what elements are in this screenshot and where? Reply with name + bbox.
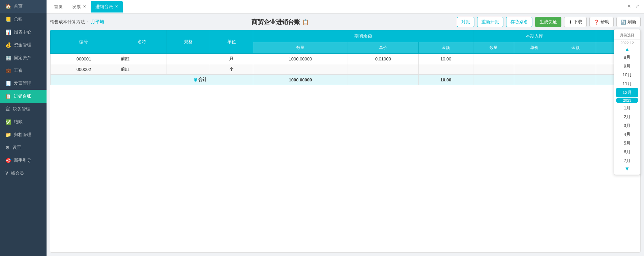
- tab-purchase-sales[interactable]: 进销台账 ✕: [91, 1, 123, 12]
- cell-code: 000002: [51, 64, 117, 75]
- sidebar-item-guide[interactable]: 🎯 新手引导: [0, 154, 47, 167]
- cell-opening-unit-price: [348, 64, 418, 75]
- toolbar: 销售成本计算方法： 月平均 商贸企业进销台账 📋 对账 重新开账 存货别名 生成…: [50, 17, 641, 27]
- refresh-icon: 🔄: [621, 20, 626, 25]
- download-icon: ⬇: [568, 20, 572, 25]
- purchase-sales-icon: 📋: [5, 94, 11, 99]
- month-6[interactable]: 6月: [614, 148, 640, 156]
- tax-icon: 🏛: [5, 106, 10, 112]
- data-table-wrap: 编号 名称 规格 单位 期初余额 本期入库 数 数量 单价 金额 数量 单价: [50, 30, 641, 253]
- sub-opening-qty: 数量: [253, 42, 348, 54]
- month-11[interactable]: 11月: [614, 79, 640, 88]
- month-nav-down: ▼: [614, 165, 640, 173]
- col-spec: 规格: [167, 30, 210, 54]
- cell-in-qty: [473, 54, 514, 64]
- total-in-unit-price: [514, 75, 555, 85]
- dui-zhang-button[interactable]: 对账: [457, 17, 474, 27]
- help-icon: ❓: [594, 20, 599, 25]
- tab-home[interactable]: 首页: [49, 1, 67, 12]
- sidebar-item-archive[interactable]: 📁 归档管理: [0, 128, 47, 141]
- total-opening-amount: 10.00: [418, 75, 473, 85]
- sidebar-item-report-center[interactable]: 📊 报表中心: [0, 26, 47, 39]
- cell-in-amount: [555, 64, 596, 75]
- month-7[interactable]: 7月: [614, 156, 640, 165]
- sidebar-item-fixed-assets[interactable]: 🏢 固定资产: [0, 51, 47, 64]
- window-controls: ✕ ⤢: [622, 0, 644, 12]
- cell-name: 前缸: [117, 64, 167, 75]
- cell-opening-amount: 10.00: [418, 54, 473, 64]
- total-opening-qty: 1000.00000: [253, 75, 348, 85]
- sidebar-item-home[interactable]: 🏠 首页: [0, 0, 47, 13]
- maximize-button[interactable]: ⤢: [634, 3, 641, 9]
- sidebar-item-member[interactable]: V 畅会员: [0, 167, 47, 180]
- month-down-button[interactable]: ▼: [623, 166, 631, 172]
- total-icon: ◉: [194, 77, 197, 82]
- sidebar-item-salary[interactable]: 💼 工资: [0, 64, 47, 77]
- month-3[interactable]: 3月: [614, 121, 640, 130]
- sidebar-item-settings[interactable]: ⚙ 设置: [0, 141, 47, 154]
- month-1[interactable]: 1月: [614, 104, 640, 112]
- checkout-icon: ✅: [5, 119, 11, 125]
- sub-opening-unit-price: 单价: [348, 42, 418, 54]
- cell-opening-unit-price: 0.01000: [348, 54, 418, 64]
- refresh-button[interactable]: 🔄 刷新: [616, 17, 641, 27]
- save-alias-button[interactable]: 存货别名: [506, 17, 532, 27]
- title-icon: 📋: [302, 19, 309, 25]
- cost-method: 销售成本计算方法： 月平均: [50, 19, 104, 25]
- total-in-qty: [473, 75, 514, 85]
- total-unit: [210, 75, 253, 85]
- tab-invoice[interactable]: 发票 ✕: [67, 1, 91, 12]
- col-opening-balance: 期初余额: [253, 30, 473, 42]
- sub-in-amount: 金额: [555, 42, 596, 54]
- sidebar-item-checkout[interactable]: ✅ 结账: [0, 116, 47, 128]
- month-12-active[interactable]: 12月: [616, 88, 638, 97]
- col-code: 编号: [51, 30, 117, 54]
- fixed-assets-icon: 🏢: [5, 55, 11, 60]
- main-area: ✕ ⤢ 首页 发票 ✕ 进销台账 ✕ 销售成本计算方法： 月平均 商贸企业进销台…: [47, 0, 644, 256]
- sidebar-item-fund-management[interactable]: 💰 资金管理: [0, 39, 47, 51]
- month-8[interactable]: 8月: [614, 53, 640, 62]
- total-opening-unit-price: [348, 75, 418, 85]
- generate-voucher-button[interactable]: 生成凭证: [535, 17, 561, 27]
- sidebar-item-purchase-sales[interactable]: 📋 进销台账: [0, 90, 47, 103]
- close-tab-invoice[interactable]: ✕: [83, 4, 86, 9]
- year-2023-tag: 2023: [616, 98, 638, 103]
- month-10[interactable]: 10月: [614, 71, 640, 79]
- month-up-button[interactable]: ▲: [623, 46, 631, 52]
- data-table: 编号 名称 规格 单位 期初余额 本期入库 数 数量 单价 金额 数量 单价: [50, 30, 640, 85]
- month-nav-up: ▲: [614, 46, 640, 53]
- close-button[interactable]: ✕: [626, 3, 633, 9]
- cell-spec: [167, 54, 210, 64]
- report-icon: 📊: [5, 29, 11, 35]
- re-open-button[interactable]: 重新开账: [477, 17, 503, 27]
- download-button[interactable]: ⬇ 下载: [564, 17, 587, 27]
- salary-icon: 💼: [5, 68, 11, 73]
- page-title: 商贸企业进销台账 📋: [252, 18, 309, 26]
- fund-icon: 💰: [5, 42, 11, 48]
- cell-opening-qty: [253, 64, 348, 75]
- sub-in-qty: 数量: [473, 42, 514, 54]
- col-unit: 单位: [210, 30, 253, 54]
- month-2[interactable]: 2月: [614, 112, 640, 121]
- toolbar-buttons: 对账 重新开账 存货别名 生成凭证 ⬇ 下载 ❓ 帮助 🔄 刷新: [457, 17, 641, 27]
- month-4[interactable]: 4月: [614, 130, 640, 139]
- home-icon: 🏠: [5, 4, 11, 9]
- tab-bar: 首页 发票 ✕ 进销台账 ✕: [47, 0, 644, 14]
- cell-in-amount: [555, 54, 596, 64]
- sidebar-item-invoice-management[interactable]: 🧾 发票管理: [0, 77, 47, 90]
- month-selector-year-2022: 2022.12: [614, 41, 640, 45]
- cell-unit: 个: [210, 64, 253, 75]
- sidebar-item-general-ledger[interactable]: 📒 总账: [0, 13, 47, 26]
- close-tab-purchase-sales[interactable]: ✕: [115, 4, 118, 9]
- total-label-cell: ◉ 合计: [51, 75, 210, 85]
- help-button[interactable]: ❓ 帮助: [589, 17, 614, 27]
- sub-opening-amount: 金额: [418, 42, 473, 54]
- month-5[interactable]: 5月: [614, 139, 640, 148]
- cell-in-qty: [473, 64, 514, 75]
- month-9[interactable]: 9月: [614, 62, 640, 71]
- col-name: 名称: [117, 30, 167, 54]
- settings-icon: ⚙: [5, 145, 10, 150]
- sidebar: 🏠 首页 📒 总账 📊 报表中心 💰 资金管理 🏢 固定资产 💼 工资 🧾 发票…: [0, 0, 47, 256]
- sidebar-item-tax-management[interactable]: 🏛 税务管理: [0, 103, 47, 116]
- cell-name: 前缸: [117, 54, 167, 64]
